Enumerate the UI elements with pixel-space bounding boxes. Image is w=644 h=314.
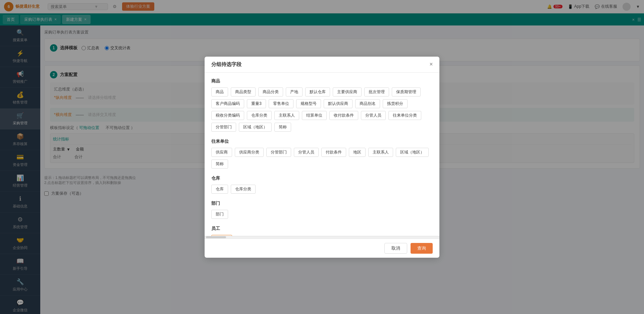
field-batch-mgmt[interactable]: 批次管理	[364, 87, 389, 97]
field-settlement-unit[interactable]: 结算单位	[302, 111, 327, 120]
field-warehouse[interactable]: 仓库	[211, 185, 228, 194]
field-short-name-goods[interactable]: 简称	[274, 123, 291, 132]
modal-body: 商品 商品 商品类型 商品分类 产地 默认仓库 主要供应商 批次管理 保质期管理…	[205, 73, 439, 236]
section-dept-title: 部门	[211, 200, 433, 206]
section-goods-grid: 商品 商品类型 商品分类 产地 默认仓库 主要供应商 批次管理 保质期管理 客户…	[211, 87, 433, 132]
modal-close-button[interactable]: ×	[430, 62, 433, 67]
modal-hscroll-thumb[interactable]	[206, 236, 226, 238]
modal-overlay: 分组待选字段 × 商品 商品 商品类型 商品分类 产地 默认仓库 主要供应商 批…	[0, 0, 644, 314]
modal-hscroll-bar[interactable]	[205, 236, 439, 239]
field-supervisor[interactable]: 分管人员	[361, 111, 386, 120]
modal-confirm-button[interactable]: 查询	[411, 243, 433, 254]
field-goods[interactable]: 商品	[211, 87, 228, 97]
section-warehouse: 仓库 仓库 仓库分类	[211, 175, 433, 194]
field-weight3[interactable]: 重量3	[247, 99, 266, 108]
section-dept: 部门 部门	[211, 200, 433, 219]
field-warehouse-category[interactable]: 仓库分类	[247, 111, 272, 120]
modal-header: 分组待选字段 ×	[205, 57, 439, 73]
modal-cancel-button[interactable]: 取消	[384, 243, 407, 254]
field-default-warehouse[interactable]: 默认仓库	[305, 87, 330, 97]
field-goods-alias[interactable]: 商品别名	[355, 99, 380, 108]
section-warehouse-grid: 仓库 仓库分类	[211, 185, 433, 194]
modal-title: 分组待选字段	[211, 61, 241, 68]
section-partner-grid: 供应商 供应商分类 分管部门 分管人员 付款条件 地区 主联系人 区域（地区） …	[211, 148, 433, 169]
section-warehouse-title: 仓库	[211, 175, 433, 181]
field-quality-mgmt[interactable]: 保质期管理	[392, 87, 421, 97]
section-goods-title: 商品	[211, 78, 433, 84]
field-payment-condition[interactable]: 付款条件	[321, 148, 346, 157]
field-pick-points[interactable]: 拣货积分	[383, 99, 408, 108]
section-partner: 往来单位 供应商 供应商分类 分管部门 分管人员 付款条件 地区 主联系人 区域…	[211, 138, 433, 169]
field-partner-supervisor[interactable]: 分管人员	[294, 148, 319, 157]
field-main-supplier[interactable]: 主要供应商	[333, 87, 362, 97]
section-employee: 员工 业务员	[211, 226, 433, 236]
field-partner-contact[interactable]: 主联系人	[368, 148, 393, 157]
field-partner-category[interactable]: 往来单位分类	[388, 111, 421, 120]
field-region-goods[interactable]: 区域（地区）	[239, 123, 272, 132]
field-retail-unit[interactable]: 零售单位	[269, 99, 293, 108]
field-region-partner[interactable]: 区域（地区）	[396, 148, 429, 157]
field-tax-code[interactable]: 税收分类编码	[211, 111, 244, 120]
field-short-name-partner[interactable]: 简称	[211, 160, 228, 169]
field-origin[interactable]: 产地	[286, 87, 303, 97]
field-warehouse-type[interactable]: 仓库分类	[231, 185, 256, 194]
field-goods-category[interactable]: 商品分类	[258, 87, 283, 97]
section-goods: 商品 商品 商品类型 商品分类 产地 默认仓库 主要供应商 批次管理 保质期管理…	[211, 78, 433, 132]
field-supplier[interactable]: 供应商	[211, 148, 232, 157]
field-dept[interactable]: 分管部门	[211, 123, 236, 132]
field-customer-code[interactable]: 客户商品编码	[211, 99, 244, 108]
field-department[interactable]: 部门	[211, 210, 228, 219]
section-employee-title: 员工	[211, 226, 433, 232]
field-payment-terms[interactable]: 收付款条件	[329, 111, 358, 120]
field-goods-type[interactable]: 商品类型	[231, 87, 256, 97]
field-supplier-category[interactable]: 供应商分类	[235, 148, 264, 157]
field-partner-dept[interactable]: 分管部门	[266, 148, 291, 157]
field-default-supplier[interactable]: 默认供应商	[324, 99, 353, 108]
modal-footer: 取消 查询	[205, 239, 439, 258]
field-spec-model[interactable]: 规格型号	[296, 99, 321, 108]
field-area[interactable]: 地区	[349, 148, 366, 157]
field-main-contact[interactable]: 主联系人	[274, 111, 299, 120]
field-select-modal: 分组待选字段 × 商品 商品 商品类型 商品分类 产地 默认仓库 主要供应商 批…	[205, 57, 439, 258]
section-dept-grid: 部门	[211, 210, 433, 219]
section-partner-title: 往来单位	[211, 138, 433, 144]
